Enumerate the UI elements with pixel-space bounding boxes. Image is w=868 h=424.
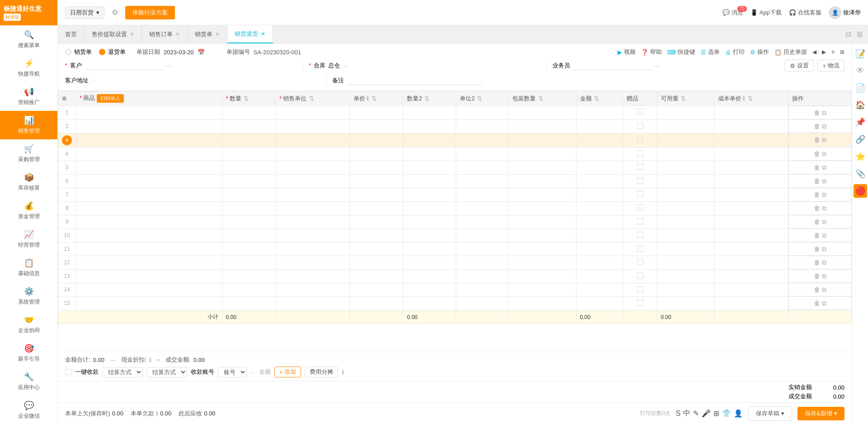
tab-maximize-btn[interactable]: ⊞ [855,28,864,40]
message-btn[interactable]: 💬 消息 70 [722,9,743,17]
cost-info-icon[interactable]: ℹ [743,95,745,102]
save-new-btn[interactable]: 保存&新增 ▾ [797,407,844,420]
bottom-icon6[interactable]: 👕 [722,409,731,418]
pkg-sort-icon[interactable]: ⇅ [538,95,543,102]
row-unit-cell[interactable] [276,119,350,133]
row-cost-cell[interactable] [714,106,788,120]
row-avail-cell[interactable] [657,119,714,133]
row-qty2-cell[interactable] [403,188,456,201]
row-unit-cell[interactable] [276,269,350,283]
row-qty-cell[interactable] [222,106,276,120]
row-avail-cell[interactable] [657,256,714,269]
row-product-cell[interactable] [76,119,222,133]
row-price-cell[interactable] [350,229,403,242]
row-unit2-cell[interactable] [456,215,508,229]
row-price-cell[interactable] [350,106,403,120]
delete-row-btn[interactable]: 🗑 [814,300,820,307]
radio-delivery-btn[interactable] [65,49,71,55]
row-product-cell-active[interactable] [76,133,222,147]
tab-minimize-btn[interactable]: ⊟ [844,28,853,40]
tab-sale-return[interactable]: 销货退货 ✕ [227,25,273,43]
row-amount-cell[interactable] [576,133,623,147]
row-avail-cell[interactable] [657,269,714,283]
row-gift-cell[interactable] [623,256,657,269]
sidebar-item-guide[interactable]: 🎯 新手引导 [0,339,57,367]
trial-btn[interactable]: 体验行业方案 [125,6,175,19]
row-unit-cell[interactable] [276,256,350,269]
row-gift-cell[interactable] [623,215,657,229]
row-unit2-cell[interactable] [456,161,508,174]
row-qty2-cell[interactable] [403,296,456,310]
toolbar-history[interactable]: 📋 历史单据 [774,48,807,56]
row-amount-cell[interactable] [576,161,623,174]
row-amount-cell[interactable] [576,106,623,120]
row-gift-cell[interactable] [623,229,657,242]
row-avail-cell[interactable] [657,133,714,147]
tab-sale-delivery[interactable]: 销货单 ✕ [188,25,227,43]
bottom-icon2[interactable]: 中 [683,409,690,418]
row-amount-cell[interactable] [576,215,623,229]
col-settings[interactable]: ⚙ [58,91,76,106]
row-qty2-cell[interactable] [403,242,456,256]
warehouse-value[interactable]: 总仓 [328,62,340,70]
sidebar-item-cooperation[interactable]: 🤝 企业协同 [0,310,57,339]
row-price-cell[interactable] [350,242,403,256]
fee-split-btn[interactable]: 费用分摊 [305,367,338,377]
row-avail-cell[interactable] [657,229,714,242]
toolbar-operate[interactable]: ⚙ 操作 [750,48,769,56]
row-unit-cell[interactable] [276,201,350,215]
price-sort-icon[interactable]: ⇅ [372,95,377,102]
row-qty-cell[interactable] [222,147,276,161]
row-qty2-cell[interactable] [403,174,456,188]
row-qty-cell[interactable] [222,161,276,174]
right-sidebar-item-4[interactable]: 🏠 [854,98,867,112]
row-price-cell[interactable] [350,133,403,147]
row-unit2-cell[interactable] [456,256,508,269]
row-product-cell[interactable] [76,283,222,296]
copy-row-btn[interactable]: ⧉ [822,245,826,253]
row-unit2-cell[interactable] [456,296,508,310]
gift-checkbox[interactable] [637,259,643,265]
row-unit-cell[interactable] [276,133,350,147]
row-price-cell[interactable] [350,283,403,296]
tab-sale-return-close[interactable]: ✕ [261,31,265,37]
delete-row-btn[interactable]: 🗑 [814,123,820,130]
toolbar-shortcut[interactable]: ⌨ 快捷键 [667,48,695,56]
right-sidebar-item-8[interactable]: 📎 [854,167,867,181]
row-unit-cell[interactable] [276,147,350,161]
row-pkg-cell[interactable] [509,215,576,229]
sidebar-item-purchase[interactable]: 🛒 采购管理 [0,139,57,168]
right-sidebar-item-5[interactable]: 📌 [854,115,867,129]
tab-sale-order[interactable]: 销售订单 ✕ [142,25,188,43]
row-qty-cell[interactable] [222,133,276,147]
gift-checkbox[interactable] [637,123,643,129]
row-product-cell[interactable] [76,161,222,174]
toolbar-select[interactable]: ☰ 选单 [701,48,720,56]
cash-discount-info-icon[interactable]: ℹ [149,357,151,363]
row-gift-cell[interactable] [623,106,657,120]
app-download-link[interactable]: 📱 App下载 [750,9,782,17]
save-draft-btn[interactable]: 保存草稿 ▾ [748,406,792,421]
row-qty2-cell[interactable] [403,215,456,229]
gift-checkbox[interactable] [637,164,643,170]
row-qty2-cell[interactable] [403,269,456,283]
gift-checkbox[interactable] [637,232,643,238]
sidebar-item-app-center[interactable]: 🔧 应用中心 [0,367,57,396]
row-qty2-cell[interactable] [403,106,456,120]
right-sidebar-item-3[interactable]: 📄 [854,81,867,95]
calc-method-select[interactable]: 结算方式 [146,367,187,377]
row-price-cell[interactable] [350,215,403,229]
row-unit-cell[interactable] [276,229,350,242]
delete-row-btn[interactable]: 🗑 [814,177,820,185]
row-avail-cell[interactable] [657,215,714,229]
row-cost-cell[interactable] [714,296,788,310]
copy-row-btn[interactable]: ⧉ [822,164,826,172]
row-avail-cell[interactable] [657,188,714,201]
price-info-icon[interactable]: ℹ [367,95,369,102]
row-qty2-cell[interactable] [403,119,456,133]
row-unit2-cell[interactable] [456,269,508,283]
sidebar-item-basic-info[interactable]: 📋 基础信息 [0,253,57,282]
sidebar-item-system[interactable]: ⚙️ 系统管理 [0,282,57,310]
row-cost-cell[interactable] [714,229,788,242]
qty2-sort-icon[interactable]: ⇅ [425,95,429,102]
